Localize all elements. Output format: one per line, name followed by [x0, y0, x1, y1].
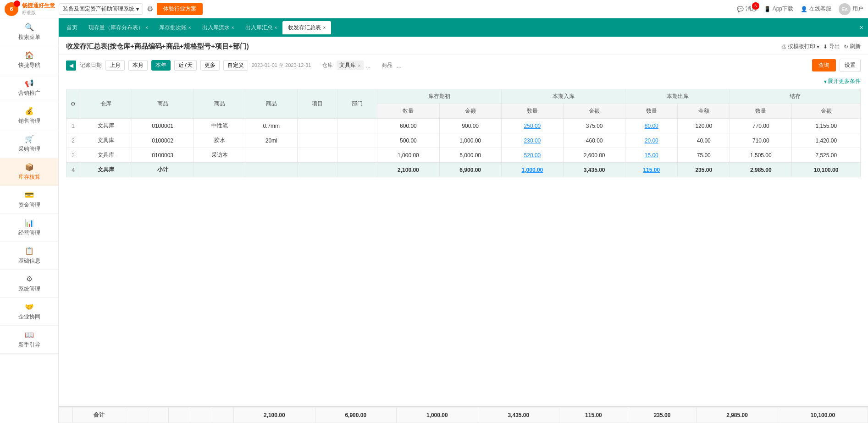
sidebar-item-quick-nav[interactable]: 🏠 快捷导航 [0, 46, 58, 74]
row-project [298, 133, 337, 148]
data-table: ⚙ 仓库 商品 商品 商品 项目 部门 库存期初 本期入库 本期出库 [66, 89, 861, 177]
date-btn-last-month[interactable]: 上月 [105, 60, 125, 71]
sidebar-item-label: 基础信息 [18, 257, 40, 265]
warehouse-tag-close[interactable]: × [358, 63, 360, 68]
col-out-amt-header: 金额 [678, 104, 730, 119]
row-in-qty[interactable]: 520.00 [501, 148, 563, 163]
sidebar-item-search[interactable]: 🔍 搜索菜单 [0, 18, 58, 46]
phone-icon: 📱 [764, 6, 771, 12]
sidebar-item-sales[interactable]: 💰 销售管理 [0, 102, 58, 130]
table-row: 1 文具库 0100001 中性笔 0.7mm 600.00 900.00 [66, 119, 861, 133]
tab-home[interactable]: 首页 [61, 21, 83, 34]
sidebar-item-system[interactable]: ⚙ 系统管理 [0, 270, 58, 298]
sidebar-item-label: 采购管理 [18, 145, 40, 153]
operations-icon: 📊 [25, 219, 34, 227]
subtotal-empty1 [194, 163, 245, 177]
online-service-item[interactable]: 👤 在线客服 [801, 5, 831, 13]
filter-row2: ▾ 展开更多条件 [59, 76, 868, 89]
toolbar-collapse-button[interactable]: ◀ [66, 60, 76, 71]
tab-in-out-flow[interactable]: 出入库流水 × [197, 21, 240, 34]
refresh-button[interactable]: ↻ 刷新 [844, 43, 861, 50]
sidebar-item-label: 库存核算 [18, 173, 40, 181]
tab-receive-send-summary[interactable]: 收发存汇总表 × [282, 21, 331, 34]
row-out-qty[interactable]: 80.00 [625, 119, 678, 133]
tab-close-icon[interactable]: × [232, 25, 234, 30]
subtotal-empty3 [298, 163, 337, 177]
sidebar-item-finance[interactable]: 💳 资金管理 [0, 186, 58, 214]
subtotal-open-amt: 6,900.00 [439, 163, 501, 177]
row-out-qty[interactable]: 15.00 [625, 148, 678, 163]
tab-close-icon[interactable]: × [323, 25, 326, 30]
sidebar-item-purchase[interactable]: 🛒 采购管理 [0, 130, 58, 158]
col-in-amt-header: 金额 [564, 104, 625, 119]
sidebar-item-label: 快捷导航 [18, 61, 40, 69]
table-row: 3 文具库 0100003 采访本 1,000.00 5,000.00 [66, 148, 861, 163]
sidebar-item-cooperation[interactable]: 🤝 企业协同 [0, 298, 58, 326]
tab-inventory-distribution[interactable]: 现存量（库存分布表） × [83, 21, 154, 34]
expand-conditions-button[interactable]: ▾ 展开更多条件 [824, 77, 861, 85]
tab-inventory-distribution-label: 现存量（库存分布表） [88, 24, 144, 32]
tab-batch-ledger[interactable]: 库存批次账 × [154, 21, 197, 34]
warehouse-ellipsis-button[interactable]: ... [365, 62, 371, 69]
footer-bal-amt: 10,100.00 [778, 407, 868, 423]
row-in-qty[interactable]: 250.00 [501, 119, 563, 133]
sidebar-item-marketing[interactable]: 📢 营销推广 [0, 74, 58, 102]
date-btn-more[interactable]: 更多 [200, 60, 220, 71]
page-close-button[interactable]: × [860, 24, 863, 31]
avatar: Ea [839, 3, 851, 15]
row-bal-amt: 7,525.00 [792, 148, 861, 163]
date-btn-last-7-days[interactable]: 近7天 [174, 60, 197, 71]
col-balance-header: 结存 [730, 89, 861, 104]
sidebar-item-operations[interactable]: 📊 经营管理 [0, 214, 58, 242]
message-item[interactable]: 💬 消息 6 [737, 5, 757, 13]
tab-close-icon[interactable]: × [145, 25, 148, 30]
gear-icon[interactable]: ⚙ [147, 5, 153, 13]
sidebar-item-label: 营销推广 [18, 89, 40, 97]
page-title: 收发存汇总表(按仓库+商品编码+商品+规格型号+项目+部门) [66, 42, 249, 51]
row-project [298, 119, 337, 133]
export-button[interactable]: ⬇ 导出 [823, 43, 840, 50]
sidebar-item-inventory[interactable]: 📦 库存核算 [0, 158, 58, 186]
tab-close-icon[interactable]: × [275, 25, 277, 30]
refresh-icon: ↻ [844, 44, 848, 50]
print-button[interactable]: 🖨 按模板打印 ▾ [781, 43, 819, 50]
tab-in-out-summary[interactable]: 出入库汇总 × [240, 21, 283, 34]
system-selector[interactable]: 装备及固定资产辅助管理系统 ▾ [59, 3, 143, 15]
try-industry-button[interactable]: 体验行业方案 [157, 3, 203, 15]
top-bar-right: 💬 消息 6 📱 App下载 👤 在线客服 Ea 用户 [737, 3, 863, 15]
sidebar-item-new-guide[interactable]: 📖 新手引导 [0, 326, 58, 354]
date-btn-this-year[interactable]: 本年 [151, 60, 171, 71]
row-out-qty[interactable]: 20.00 [625, 133, 678, 148]
footer-open-qty: 2,100.00 [234, 407, 315, 423]
table-gear-header[interactable]: ⚙ [66, 89, 80, 119]
tab-in-out-summary-label: 出入库汇总 [245, 24, 273, 32]
sidebar-item-basic-info[interactable]: 📋 基础信息 [0, 242, 58, 270]
subtotal-warehouse: 文具库 [80, 163, 132, 177]
row-num: 4 [66, 163, 80, 177]
footer-empty4 [168, 407, 190, 423]
row-project [298, 148, 337, 163]
row-spec: 20ml [245, 133, 298, 148]
tab-close-icon[interactable]: × [188, 25, 191, 30]
subtotal-out-qty[interactable]: 115.00 [625, 163, 678, 177]
date-btn-custom[interactable]: 自定义 [223, 60, 248, 71]
main-layout: 🔍 搜索菜单 🏠 快捷导航 📢 营销推广 💰 销售管理 🛒 采购管理 📦 [0, 18, 868, 423]
row-in-qty[interactable]: 230.00 [501, 133, 563, 148]
date-btn-this-month[interactable]: 本月 [128, 60, 148, 71]
goods-filter: ... [396, 62, 402, 69]
row-code: 0100003 [132, 148, 194, 163]
warehouse-filter: 文具库 × ... [337, 60, 370, 70]
subtotal-empty4 [337, 163, 377, 177]
subtotal-in-amt: 3,435.00 [564, 163, 625, 177]
row-num: 2 [66, 133, 80, 148]
purchase-icon: 🛒 [25, 135, 34, 143]
user-item[interactable]: Ea 用户 [839, 3, 863, 15]
setting-button[interactable]: 设置 [840, 59, 861, 72]
goods-ellipsis-button[interactable]: ... [396, 62, 402, 69]
guide-icon: 📖 [25, 330, 34, 339]
row-num: 1 [66, 119, 80, 133]
query-button[interactable]: 查询 [812, 59, 836, 71]
subtotal-in-qty[interactable]: 1,000.00 [501, 163, 563, 177]
app-download-item[interactable]: 📱 App下载 [764, 5, 793, 13]
date-filter-label: 记账日期 [80, 61, 102, 69]
